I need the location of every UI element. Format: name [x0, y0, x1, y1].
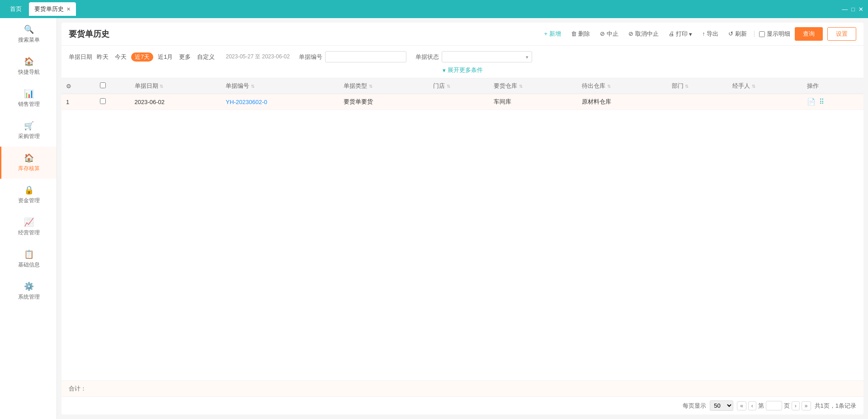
tab-home[interactable]: 首页: [5, 2, 27, 16]
stop-button[interactable]: ⊘ 中止: [597, 28, 621, 40]
col-store-sort[interactable]: ⇅: [447, 84, 450, 89]
sidebar-item-purchase-mgmt[interactable]: 🛒 采购管理: [0, 114, 57, 147]
delete-button[interactable]: 🗑 删除: [568, 28, 593, 40]
col-doc-no-label: 单据编号: [226, 82, 249, 89]
row-doc-type: 要货单要货: [339, 94, 429, 110]
data-table: ⚙ 单据日期 ⇅ 单据编号 ⇅ 单据类型 ⇅: [61, 78, 863, 110]
sidebar-item-purchase-mgmt-label: 采购管理: [18, 133, 40, 140]
table-footer: 合计：: [61, 381, 863, 396]
expand-more-btn[interactable]: ▾ 展开更多条件: [69, 66, 856, 74]
row-checkbox-cell: [95, 94, 130, 110]
page-header: 要货单历史 + 新增 🗑 删除 ⊘ 中止 ⊘ 取消中止 🖨 打印 ▾: [61, 23, 863, 46]
row-doc-no-link[interactable]: YH-20230602-0: [226, 99, 267, 105]
tab-requisition-history[interactable]: 要货单历史 ✕: [29, 2, 76, 16]
table-header: ⚙ 单据日期 ⇅ 单据编号 ⇅ 单据类型 ⇅: [61, 78, 863, 94]
col-handler-sort[interactable]: ⇅: [752, 84, 755, 89]
sidebar-item-finance-mgmt[interactable]: 🔒 资金管理: [0, 179, 57, 211]
col-pending-warehouse-sort[interactable]: ⇅: [607, 84, 611, 89]
docno-filter: 单据编号: [299, 51, 406, 62]
sidebar-item-sales-mgmt[interactable]: 📊 销售管理: [0, 82, 57, 114]
settings-button[interactable]: 设置: [827, 27, 856, 41]
print-dropdown-icon[interactable]: ▾: [689, 31, 692, 38]
export-button[interactable]: ↑ 导出: [699, 28, 721, 40]
recent7-shortcut[interactable]: 近7天: [131, 52, 153, 62]
new-button[interactable]: + 新增: [542, 28, 564, 40]
new-button-label: + 新增: [544, 30, 561, 38]
col-doc-date-label: 单据日期: [135, 82, 158, 89]
col-settings[interactable]: ⚙: [61, 78, 95, 94]
cancel-stop-button-label: ⊘ 取消中止: [628, 30, 659, 38]
row-handler: [728, 94, 802, 110]
show-detail-checkbox[interactable]: 显示明细: [759, 30, 790, 38]
sidebar-item-search-menu[interactable]: 🔍 搜索菜单: [0, 18, 57, 50]
row-req-warehouse: 车间库: [489, 94, 577, 110]
tab-home-label: 首页: [10, 5, 22, 13]
first-page-btn[interactable]: «: [737, 401, 746, 410]
today-shortcut[interactable]: 今天: [113, 52, 128, 62]
table-row: 1 2023-06-02 YH-20230602-0 要货单要货 车间库 原材料…: [61, 94, 863, 110]
refresh-button[interactable]: ↺ 刷新: [726, 28, 750, 40]
prev-page-btn[interactable]: ‹: [748, 401, 756, 410]
sidebar-item-basic-info[interactable]: 📋 基础信息: [0, 243, 57, 275]
next-page-btn[interactable]: ›: [792, 401, 800, 410]
sidebar-item-system-mgmt-label: 系统管理: [18, 293, 40, 301]
row-store: [429, 94, 489, 110]
recent1m-shortcut[interactable]: 近1月: [156, 52, 175, 62]
col-handler-label: 经手人: [732, 82, 750, 89]
content-area: 要货单历史 + 新增 🗑 删除 ⊘ 中止 ⊘ 取消中止 🖨 打印 ▾: [61, 23, 863, 414]
close-window-btn[interactable]: ✕: [859, 6, 863, 13]
sidebar-item-system-mgmt[interactable]: ⚙️ 系统管理: [0, 275, 57, 307]
yesterday-shortcut[interactable]: 昨天: [95, 52, 110, 62]
maximize-btn[interactable]: □: [851, 6, 855, 13]
col-doc-date: 单据日期 ⇅: [130, 78, 222, 94]
status-select[interactable]: [442, 51, 532, 62]
close-tab-icon[interactable]: ✕: [66, 6, 71, 12]
page-input[interactable]: 1: [766, 401, 782, 410]
row-doc-no: YH-20230602-0: [221, 94, 339, 110]
date-filter-label: 单据日期: [69, 53, 92, 61]
select-all-checkbox[interactable]: [100, 82, 106, 88]
col-doc-date-sort[interactable]: ⇅: [160, 84, 163, 89]
current-page-prefix: 第: [758, 402, 764, 410]
row-checkbox[interactable]: [100, 98, 106, 104]
more-shortcut[interactable]: 更多: [177, 52, 193, 62]
sidebar-item-operations-mgmt[interactable]: 📈 经营管理: [0, 211, 57, 243]
sidebar-item-basic-info-label: 基础信息: [18, 261, 40, 269]
page-size-select[interactable]: 50 20 100: [710, 400, 733, 411]
expand-more-label: 展开更多条件: [448, 66, 483, 74]
sidebar-item-inventory[interactable]: 🏠 库存核算: [0, 147, 57, 179]
sidebar-item-finance-mgmt-label: 资金管理: [18, 197, 40, 205]
window-controls: — □ ✕: [842, 6, 863, 13]
sidebar-item-quick-nav[interactable]: 🏠 快捷导航: [0, 50, 57, 82]
show-detail-label: 显示明细: [767, 30, 790, 38]
last-page-btn[interactable]: »: [802, 401, 811, 410]
col-store: 门店 ⇅: [429, 78, 489, 94]
inventory-icon: 🏠: [24, 153, 34, 163]
tab-requisition-history-label: 要货单历史: [34, 5, 64, 13]
minimize-btn[interactable]: —: [842, 6, 848, 13]
col-req-warehouse-sort[interactable]: ⇅: [519, 84, 523, 89]
col-dept-sort[interactable]: ⇅: [685, 84, 689, 89]
refresh-button-label: ↺ 刷新: [728, 30, 747, 38]
stop-button-label: ⊘ 中止: [600, 30, 618, 38]
col-doc-type-sort[interactable]: ⇅: [369, 84, 373, 89]
delete-button-label: 🗑 删除: [571, 30, 590, 38]
col-doc-no-sort[interactable]: ⇅: [251, 84, 255, 89]
docno-input[interactable]: [325, 51, 406, 62]
col-store-label: 门店: [433, 82, 445, 89]
cancel-stop-button[interactable]: ⊘ 取消中止: [626, 28, 661, 40]
purchase-mgmt-icon: 🛒: [24, 121, 34, 131]
query-button[interactable]: 查询: [795, 27, 823, 41]
custom-shortcut[interactable]: 自定义: [195, 52, 217, 62]
print-button[interactable]: 🖨 打印 ▾: [666, 28, 695, 40]
show-detail-input[interactable]: [759, 31, 765, 37]
row-edit-icon[interactable]: 📄: [807, 98, 816, 106]
col-checkbox: [95, 78, 130, 94]
summary-label: 合计：: [69, 385, 86, 392]
col-req-warehouse-label: 要货仓库: [494, 82, 517, 89]
sidebar-item-sales-mgmt-label: 销售管理: [18, 100, 40, 108]
filter-row-1: 单据日期 昨天 今天 近7天 近1月 更多 自定义 2023-05-27 至 2…: [69, 51, 856, 62]
page-nav: « ‹ 第 1 页 › »: [737, 401, 811, 410]
row-more-icon[interactable]: ⠿: [819, 98, 824, 106]
finance-mgmt-icon: 🔒: [24, 185, 34, 195]
